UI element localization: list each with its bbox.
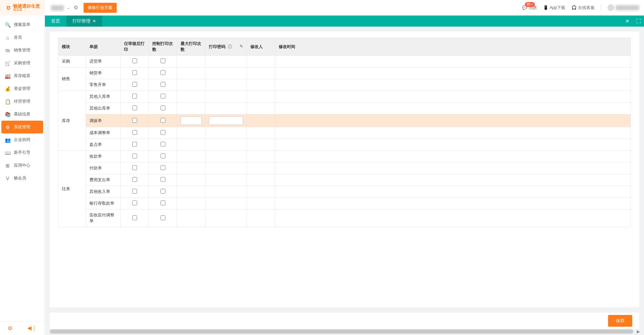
fullscreen-icon[interactable]: ⛶ xyxy=(633,16,644,27)
horizontal-scrollbar[interactable]: ▶ xyxy=(50,329,639,334)
cell-mtime xyxy=(275,210,631,227)
sidebar-item-biz-mgmt[interactable]: 📋经营管理 xyxy=(0,95,45,108)
sidebar-item-fund-mgmt[interactable]: 💰资金管理 xyxy=(0,82,45,95)
user-menu[interactable]: ████████ xyxy=(607,4,639,11)
cell-modifier xyxy=(247,114,275,127)
search-menu-icon: 🔍 xyxy=(5,22,10,28)
cell-audit xyxy=(121,139,149,151)
audit-checkbox[interactable] xyxy=(132,94,137,99)
control-checkbox[interactable] xyxy=(161,130,165,135)
cell-control xyxy=(149,56,177,67)
settings-icon[interactable]: ⚙ xyxy=(74,4,78,11)
sidebar-item-home[interactable]: ⌂首页 xyxy=(0,31,45,44)
tab-bar: 首页打印管理✕ ✕ ⛶ xyxy=(45,16,644,27)
cell-password[interactable] xyxy=(205,114,247,127)
max-print-input[interactable] xyxy=(181,117,202,125)
close-tab-icon[interactable]: ✕ xyxy=(622,16,633,27)
tab-close-icon[interactable]: ✕ xyxy=(93,19,96,24)
cell-audit xyxy=(121,162,149,174)
sidebar-item-purchase-mgmt[interactable]: 🛒采购管理 xyxy=(0,57,45,69)
cell-max[interactable] xyxy=(177,114,205,127)
sidebar-item-system-mgmt[interactable]: ⚙系统管理 xyxy=(1,121,43,133)
cell-max xyxy=(177,162,205,174)
cell-audit xyxy=(121,151,149,162)
control-checkbox[interactable] xyxy=(161,165,165,170)
cell-audit xyxy=(121,186,149,198)
cell-modifier xyxy=(247,56,275,67)
system-mgmt-icon: ⚙ xyxy=(5,124,10,130)
tenant-switcher[interactable]: ████ ⌄ xyxy=(51,5,70,10)
control-checkbox[interactable] xyxy=(161,118,165,123)
cell-audit xyxy=(121,103,149,114)
cell-modifier xyxy=(247,210,275,227)
scroll-right-icon[interactable]: ▶ xyxy=(637,329,640,334)
industry-plan-button[interactable]: 体验行业方案 xyxy=(84,3,117,13)
chevron-down-icon: ⌄ xyxy=(67,5,70,10)
audit-checkbox[interactable] xyxy=(132,118,137,123)
print-password-input[interactable] xyxy=(209,117,243,125)
save-button[interactable]: 保存 xyxy=(608,315,632,327)
sidebar-item-sales-mgmt[interactable]: 🛍销售管理 xyxy=(0,44,45,57)
sidebar-item-base-info[interactable]: 📚基础信息 xyxy=(0,108,45,121)
cell-control xyxy=(149,162,177,174)
control-checkbox[interactable] xyxy=(161,82,165,87)
th-audit: 仅审核后打印 xyxy=(121,38,149,56)
control-checkbox[interactable] xyxy=(161,201,165,205)
control-checkbox[interactable] xyxy=(161,142,165,147)
audit-checkbox[interactable] xyxy=(132,201,137,205)
cell-max xyxy=(177,174,205,186)
cell-mtime xyxy=(275,162,631,174)
cell-mtime xyxy=(275,56,631,67)
cell-max xyxy=(177,103,205,114)
audit-checkbox[interactable] xyxy=(132,165,137,170)
audit-checkbox[interactable] xyxy=(132,82,137,87)
control-checkbox[interactable] xyxy=(161,215,165,220)
th-control: 控制打印次数 xyxy=(149,38,177,56)
control-checkbox[interactable] xyxy=(161,105,165,110)
audit-checkbox[interactable] xyxy=(132,142,137,147)
audit-checkbox[interactable] xyxy=(132,189,137,194)
audit-checkbox[interactable] xyxy=(132,58,137,63)
sidebar-item-guide[interactable]: 📖新手引导 xyxy=(0,146,45,159)
tab-首页[interactable]: 首页 xyxy=(45,16,66,27)
scrollbar-thumb[interactable] xyxy=(50,329,633,334)
control-checkbox[interactable] xyxy=(161,153,165,158)
cell-mtime xyxy=(275,174,631,186)
sales-mgmt-icon: 🛍 xyxy=(5,48,10,53)
app-download-button[interactable]: 📱 App下载 xyxy=(543,5,565,11)
cell-password xyxy=(205,67,247,79)
audit-checkbox[interactable] xyxy=(132,177,137,182)
control-checkbox[interactable] xyxy=(161,58,165,63)
sidebar-item-inventory[interactable]: 🏭库存核算 xyxy=(0,69,45,82)
audit-checkbox[interactable] xyxy=(132,153,137,158)
control-checkbox[interactable] xyxy=(161,94,165,99)
control-checkbox[interactable] xyxy=(161,70,165,75)
cell-modifier xyxy=(247,67,275,79)
sidebar-item-member[interactable]: V畅会员 xyxy=(0,172,45,185)
audit-checkbox[interactable] xyxy=(132,130,137,135)
tab-打印管理[interactable]: 打印管理✕ xyxy=(66,16,102,27)
sidebar-item-search-menu[interactable]: 🔍搜索菜单 xyxy=(0,18,45,31)
online-service-button[interactable]: 🎧 在线客服 xyxy=(571,5,595,11)
sidebar-item-app-center[interactable]: ⊞应用中心 xyxy=(0,159,45,172)
cell-password xyxy=(205,186,247,198)
cell-mtime xyxy=(275,114,631,127)
control-checkbox[interactable] xyxy=(161,177,165,182)
control-checkbox[interactable] xyxy=(161,189,165,194)
cell-password xyxy=(205,56,247,67)
cell-max xyxy=(177,198,205,210)
message-button[interactable]: 💬 99 + 消息 xyxy=(522,5,537,11)
table-row: 销售销货单 xyxy=(58,67,631,79)
help-icon[interactable]: ⓘ xyxy=(228,44,232,49)
audit-checkbox[interactable] xyxy=(132,215,137,220)
edit-column-icon[interactable]: ✎ xyxy=(240,44,243,49)
settings-footer-icon[interactable]: ⚙ xyxy=(8,325,12,332)
cell-control xyxy=(149,91,177,103)
sidebar-item-label: 基础信息 xyxy=(14,111,30,117)
sidebar-item-enterprise[interactable]: 👥企业协同 xyxy=(0,133,45,146)
collapse-sidebar-icon[interactable]: ◀｜ xyxy=(27,325,37,332)
audit-checkbox[interactable] xyxy=(132,105,137,110)
cell-modifier xyxy=(247,139,275,151)
audit-checkbox[interactable] xyxy=(132,70,137,75)
cell-mtime xyxy=(275,139,631,151)
